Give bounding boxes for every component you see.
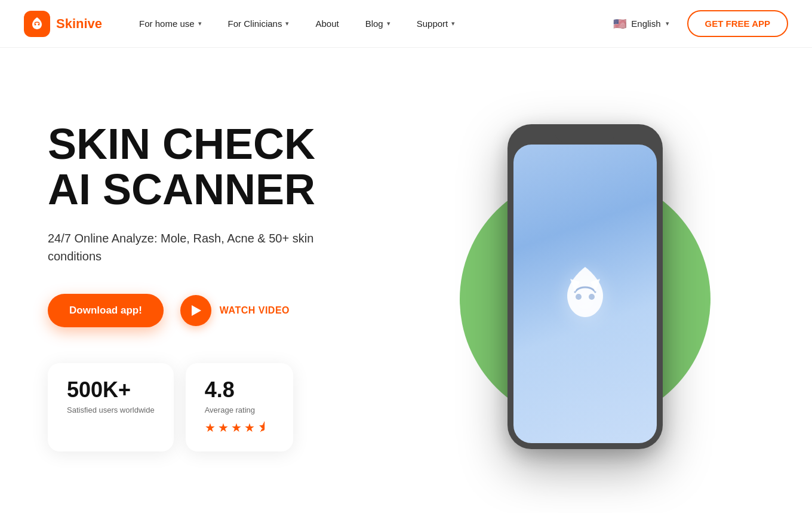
chevron-down-icon: ▾ bbox=[198, 20, 202, 27]
star-2: ★ bbox=[218, 420, 229, 435]
stat-label-rating: Average rating bbox=[205, 405, 274, 416]
nav-item-blog[interactable]: Blog ▾ bbox=[352, 0, 404, 48]
hero-section: SKIN CHECK AI SCANNER 24/7 Online Analyz… bbox=[0, 48, 812, 513]
svg-point-3 bbox=[589, 294, 595, 300]
chevron-down-icon: ▾ bbox=[387, 20, 390, 27]
phone-app-logo bbox=[549, 258, 621, 330]
star-3: ★ bbox=[231, 420, 242, 435]
phone-screen bbox=[513, 145, 657, 443]
phone-notch-bar bbox=[513, 130, 657, 142]
nav-right: 🇺🇸 English ▾ GET FREE APP bbox=[605, 10, 788, 37]
nav-item-about[interactable]: About bbox=[302, 0, 352, 48]
flag-icon: 🇺🇸 bbox=[613, 17, 626, 30]
stat-card-users: 500K+ Satisfied users worldwide bbox=[48, 363, 174, 451]
chevron-down-icon: ▾ bbox=[285, 20, 289, 27]
hero-subtitle: 24/7 Online Analyze: Mole, Rash, Acne & … bbox=[48, 229, 334, 265]
chevron-down-icon: ▾ bbox=[666, 20, 669, 27]
stat-label-users: Satisfied users worldwide bbox=[67, 405, 155, 416]
phone-mockup bbox=[508, 124, 663, 449]
svg-point-0 bbox=[35, 23, 36, 25]
get-free-app-button[interactable]: GET FREE APP bbox=[687, 10, 788, 37]
phone-notch bbox=[555, 130, 615, 142]
download-app-button[interactable]: Download app! bbox=[48, 294, 164, 327]
star-5: ⯨ bbox=[257, 420, 269, 435]
hero-phone-area bbox=[406, 124, 764, 449]
star-4: ★ bbox=[244, 420, 255, 435]
logo-link[interactable]: Skinive bbox=[24, 11, 102, 37]
navbar: Skinive For home use ▾ For Clinicians ▾ … bbox=[0, 0, 812, 48]
play-icon bbox=[180, 295, 211, 326]
stat-value-rating: 4.8 bbox=[205, 377, 274, 403]
chevron-down-icon: ▾ bbox=[451, 20, 455, 27]
star-rating: ★ ★ ★ ★ ⯨ bbox=[205, 420, 274, 435]
star-1: ★ bbox=[205, 420, 216, 435]
nav-item-support[interactable]: Support ▾ bbox=[404, 0, 469, 48]
phone-outer bbox=[508, 124, 663, 449]
logo-icon bbox=[24, 11, 50, 37]
play-triangle bbox=[192, 305, 201, 316]
language-selector[interactable]: 🇺🇸 English ▾ bbox=[605, 13, 677, 35]
brand-name: Skinive bbox=[56, 16, 102, 32]
nav-links: For home use ▾ For Clinicians ▾ About Bl… bbox=[126, 0, 605, 48]
nav-item-home-use[interactable]: For home use ▾ bbox=[126, 0, 215, 48]
svg-point-1 bbox=[38, 23, 40, 25]
stats-row: 500K+ Satisfied users worldwide 4.8 Aver… bbox=[48, 363, 406, 451]
stat-card-rating: 4.8 Average rating ★ ★ ★ ★ ⯨ bbox=[186, 363, 293, 451]
stat-value-users: 500K+ bbox=[67, 377, 155, 403]
hero-content: SKIN CHECK AI SCANNER 24/7 Online Analyz… bbox=[48, 122, 406, 451]
hero-actions: Download app! WATCH VIDEO bbox=[48, 294, 406, 327]
nav-item-clinicians[interactable]: For Clinicians ▾ bbox=[215, 0, 303, 48]
watch-label: WATCH VIDEO bbox=[220, 305, 290, 316]
watch-video-button[interactable]: WATCH VIDEO bbox=[180, 295, 290, 326]
svg-point-2 bbox=[576, 294, 582, 300]
hero-title: SKIN CHECK AI SCANNER bbox=[48, 122, 406, 212]
